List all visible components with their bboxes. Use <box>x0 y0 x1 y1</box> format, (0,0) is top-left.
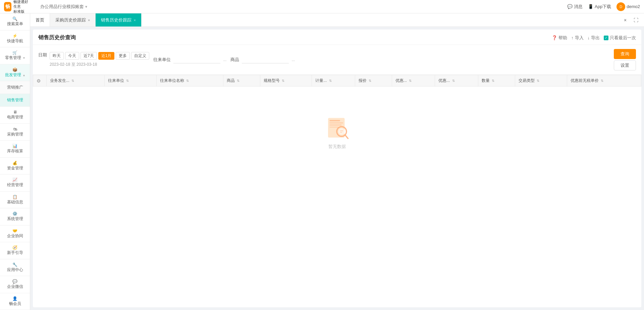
basic-icon: 📋 <box>12 195 17 199</box>
import-btn[interactable]: ↑ 导入 <box>571 35 584 41</box>
tab-sales[interactable]: 销售历史价跟踪 × <box>96 13 141 27</box>
sort-icon-partner-name[interactable]: ⇅ <box>186 79 189 83</box>
sidebar-item-marketing[interactable]: 营销推广 <box>0 81 30 94</box>
tab-home[interactable]: 首页 <box>30 13 50 27</box>
sidebar-item-apps[interactable]: 🔧 应用中心 <box>0 259 30 276</box>
message-btn[interactable]: 💬 消息 <box>567 4 583 10</box>
th-goods: 商品 ⇅ <box>223 75 260 87</box>
content-area: 首页 采购历史价跟踪 × 销售历史价跟踪 × × ⛶ 销售历史价查询 <box>30 13 644 310</box>
current-module-label: 办公用品行业模拟账套 <box>40 4 84 10</box>
only-last-checkbox[interactable]: ✓ 只看最后一次 <box>604 35 636 41</box>
query-button[interactable]: 查询 <box>614 49 636 59</box>
th-partner-code: 往来单位 ⇅ <box>105 75 157 87</box>
sidebar-item-wholesale[interactable]: 📦 批发管理 ▴ <box>0 64 30 82</box>
wechat-icon: 💬 <box>12 279 17 284</box>
empty-illustration <box>322 113 352 144</box>
sidebar-item-retail[interactable]: 🛒 零售管理 ▾ <box>0 47 30 64</box>
sidebar-item-inventory[interactable]: 📊 库存核算 <box>0 141 30 158</box>
dropdown-icon[interactable]: ▾ <box>85 4 87 9</box>
partner-filter-group: 往来单位 ... <box>153 56 226 63</box>
quick-icon: ⚡ <box>12 34 17 38</box>
sort-icon-partner-code[interactable]: ⇅ <box>126 79 129 83</box>
th-trade-type: 交易类型 ⇅ <box>515 75 567 87</box>
tab-fullscreen-btn[interactable]: ⛶ <box>632 16 640 24</box>
system-icon: ⚙️ <box>12 211 17 216</box>
download-icon: 📱 <box>588 4 593 9</box>
sidebar-item-system[interactable]: ⚙️ 系统管理 <box>0 208 30 225</box>
sort-icon-discount1[interactable]: ⇅ <box>409 79 412 83</box>
help-btn[interactable]: ❓ 帮助 <box>552 35 567 41</box>
date-today-btn[interactable]: 今天 <box>65 52 79 60</box>
th-pre-tax-price: 优惠前无税单价 ⇅ <box>567 75 641 87</box>
sidebar-item-operations[interactable]: 📈 经营管理 <box>0 174 30 192</box>
date-yesterday-btn[interactable]: 昨天 <box>50 52 64 60</box>
sidebar-item-basic[interactable]: 📋 基础信息 <box>0 192 30 209</box>
app-download-btn[interactable]: 📱 App下载 <box>588 4 611 10</box>
sidebar-item-purchase[interactable]: 🛍 采购管理 <box>0 124 30 141</box>
tab-close-purchase[interactable]: × <box>88 18 90 22</box>
sort-icon-pre-tax-price[interactable]: ⇅ <box>601 79 603 83</box>
search-icon: 🔍 <box>12 16 17 21</box>
top-bar: 畅 畅捷通好生意 标准版 办公用品行业模拟账套 ▾ 💬 消息 📱 App下载 D… <box>0 0 644 13</box>
th-discount2: 优惠... ⇅ <box>435 75 478 87</box>
chevron-up-icon: ▴ <box>23 73 25 77</box>
export-btn[interactable]: ↓ 导出 <box>588 35 600 41</box>
export-icon: ↓ <box>588 35 590 40</box>
logo-area: 畅 畅捷通好生意 标准版 <box>4 0 31 14</box>
sidebar-item-search[interactable]: 🔍 搜索菜单 <box>0 13 30 31</box>
sort-icon-unit[interactable]: ⇅ <box>329 79 332 83</box>
cooperation-icon: 🤝 <box>12 228 17 233</box>
sort-icon-quote[interactable]: ⇅ <box>369 79 371 83</box>
tab-close-sales[interactable]: × <box>133 18 136 22</box>
sidebar-item-guide[interactable]: 🧭 新手引导 <box>0 242 30 259</box>
date-1month-btn[interactable]: 近1月 <box>98 52 115 60</box>
page-content: 销售历史价查询 ❓ 帮助 ↑ 导入 ↓ 导出 ✓ <box>33 30 641 307</box>
th-settings: ⚙ <box>33 75 47 87</box>
date-filter-group: 日期 昨天 今天 近7天 近1月 更多 自定义 2023-02-18 至 202… <box>38 52 149 67</box>
date-7days-btn[interactable]: 近7天 <box>80 52 97 60</box>
operations-icon: 📈 <box>12 177 17 182</box>
settings-button[interactable]: 设置 <box>614 60 636 70</box>
table-body: 暂无数据 <box>33 87 641 177</box>
date-more-btn[interactable]: 更多 <box>116 52 130 60</box>
help-icon: ❓ <box>552 35 557 40</box>
th-spec: 规格型号 ⇅ <box>260 75 312 87</box>
sort-icon-business-date[interactable]: ⇅ <box>71 79 74 83</box>
sort-icon-goods[interactable]: ⇅ <box>237 79 239 83</box>
svg-rect-9 <box>340 132 342 133</box>
user-menu[interactable]: D demo2 <box>616 2 640 11</box>
sort-icon-discount2[interactable]: ⇅ <box>452 79 455 83</box>
sidebar-item-wechat[interactable]: 💬 企业微信 <box>0 276 30 293</box>
page-header-actions: ❓ 帮助 ↑ 导入 ↓ 导出 ✓ 只看最后一次 <box>552 35 636 41</box>
goods-input[interactable] <box>242 56 289 63</box>
sort-icon-quantity[interactable]: ⇅ <box>492 79 494 83</box>
avatar: D <box>616 2 625 11</box>
empty-row: 暂无数据 <box>33 87 641 177</box>
sidebar-item-ecommerce[interactable]: 🖥 电商管理 <box>0 107 30 124</box>
partner-dots: ... <box>223 57 226 62</box>
empty-state: 暂无数据 <box>33 87 641 176</box>
sidebar-item-sales-mgmt[interactable]: 销售管理 <box>0 94 30 107</box>
guide-icon: 🧭 <box>12 245 17 250</box>
th-partner-name: 往来单位名称 ⇅ <box>156 75 223 87</box>
th-unit: 计量... ⇅ <box>312 75 355 87</box>
partner-input[interactable] <box>173 56 220 63</box>
tab-purchase[interactable]: 采购历史价跟踪 × <box>50 13 96 27</box>
sidebar-item-finance[interactable]: 💰 资金管理 <box>0 158 30 175</box>
sidebar-item-member[interactable]: 👤 畅会员 <box>0 293 30 310</box>
date-custom-btn[interactable]: 自定义 <box>131 52 149 60</box>
svg-rect-3 <box>330 124 342 125</box>
member-icon: 👤 <box>12 296 17 301</box>
sidebar-item-cooperation[interactable]: 🤝 企业协同 <box>0 225 30 243</box>
column-settings-btn[interactable]: ⚙ <box>37 78 41 84</box>
sidebar-item-quick[interactable]: ⚡ 快捷导航 <box>0 31 30 48</box>
sort-icon-trade-type[interactable]: ⇅ <box>537 79 539 83</box>
sort-icon-spec[interactable]: ⇅ <box>282 79 284 83</box>
svg-rect-4 <box>330 127 339 128</box>
date-label: 日期 <box>38 52 47 58</box>
tab-close-all-btn[interactable]: × <box>621 16 629 24</box>
table-head: ⚙ 业务发生... ⇅ 往来单位 ⇅ 往来单位名称 <box>33 75 641 87</box>
purchase-icon: 🛍 <box>13 127 17 132</box>
chevron-down-icon: ▾ <box>23 56 25 60</box>
partner-label: 往来单位 <box>153 57 171 63</box>
